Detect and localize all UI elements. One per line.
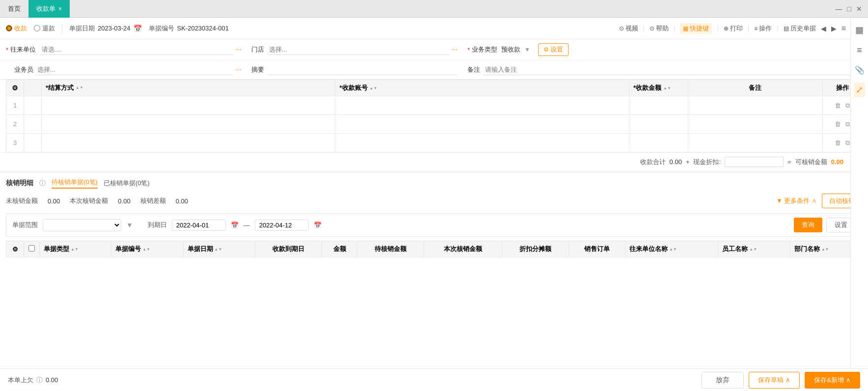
summary-input[interactable]	[267, 64, 458, 75]
pending-tab[interactable]: 待核销单据(0笔)	[52, 178, 98, 189]
pending-amount-col: 待核销金额	[375, 245, 407, 252]
table-row: 1 🗑 ⧉	[6, 96, 862, 115]
tab-receipt[interactable]: 收款单 ×	[28, 0, 70, 18]
bill-date-col: 单据日期	[188, 245, 213, 253]
refund-radio[interactable]: 退款	[34, 24, 55, 33]
shortcut-btn[interactable]: ▦ 快捷键	[680, 23, 712, 34]
prev-info-icon[interactable]: ⓘ	[36, 376, 43, 385]
close-tab-icon[interactable]: ×	[58, 0, 62, 18]
separator4: |	[748, 25, 749, 32]
discount-input[interactable]	[725, 157, 784, 167]
date-separator: —	[244, 222, 250, 229]
salesperson-more[interactable]: ···	[235, 65, 242, 74]
salesperson-input[interactable]	[35, 64, 233, 75]
tab-home[interactable]: 首页	[0, 0, 28, 18]
uncancelled-value: 0.00	[48, 197, 60, 205]
available-value: 0.00	[831, 158, 843, 166]
account-col-header: *收款账号	[339, 84, 367, 92]
discount-col: 折扣分摊额	[519, 245, 551, 252]
operation-btn[interactable]: ≡ 操作	[754, 24, 772, 33]
receipt-radio[interactable]: 收款	[6, 24, 27, 33]
discard-button[interactable]: 放弃	[702, 372, 744, 389]
chevron-down-icon: ▼	[126, 221, 133, 229]
window-max-btn[interactable]: □	[847, 5, 851, 13]
table-gear-icon[interactable]: ⚙	[12, 84, 18, 92]
right-list-icon[interactable]: ≡	[855, 43, 864, 57]
this-cancel-value: 0.00	[118, 197, 130, 205]
amount-sort[interactable]: ▲▼	[663, 86, 671, 90]
this-amount-col: 本次核销金额	[444, 245, 482, 252]
employee-col: 员工名称	[722, 245, 748, 253]
counterparty-col: 往来单位名称	[629, 245, 668, 253]
done-tab[interactable]: 已核销单据(0笔)	[104, 179, 150, 188]
table-row: 2 🗑 ⧉	[6, 115, 862, 134]
plus-sign: +	[686, 158, 690, 166]
range-select[interactable]	[43, 219, 121, 231]
store-input[interactable]	[267, 44, 449, 55]
total-value: 0.00	[670, 158, 682, 166]
print-btn[interactable]: ⊕ 打印	[724, 24, 743, 33]
due-date-col: 收款到期日	[272, 245, 304, 252]
bill-no-col: 单据编号	[115, 245, 141, 253]
verify-info-icon[interactable]: ⓘ	[39, 179, 46, 188]
separator2: |	[674, 25, 675, 32]
calendar-icon[interactable]: 📅	[134, 25, 142, 32]
separator5: |	[777, 25, 778, 32]
row1-copy-btn[interactable]: ⧉	[845, 102, 850, 109]
verify-gear-icon[interactable]: ⚙	[12, 246, 18, 253]
bill-type-col: 单据类型	[44, 245, 69, 253]
row1-delete-btn[interactable]: 🗑	[835, 102, 841, 109]
row2-delete-btn[interactable]: 🗑	[835, 120, 841, 128]
right-expand-icon[interactable]: ⤢	[854, 83, 865, 97]
bill-no-label: 单据编号	[149, 24, 174, 33]
date-to-input[interactable]	[255, 220, 309, 231]
row2-copy-btn[interactable]: ⧉	[845, 120, 850, 128]
amount-col-header: *收款金额	[633, 84, 661, 92]
draft-button[interactable]: 保存草稿 ∧	[749, 372, 800, 389]
prev-value: 0.00	[46, 376, 58, 384]
window-close-btn[interactable]: ✕	[856, 5, 862, 13]
remark-col-header: 备注	[749, 84, 761, 91]
row3-delete-btn[interactable]: 🗑	[835, 139, 841, 146]
remark-input[interactable]	[483, 64, 862, 75]
help-btn[interactable]: ⊙ 帮助	[650, 24, 669, 33]
nav-next[interactable]: ▶	[831, 25, 837, 32]
settle-sort[interactable]: ▲▼	[76, 86, 83, 90]
amount-col: 金额	[333, 245, 346, 252]
range-label: 单据范围	[12, 221, 38, 229]
summary-label: 摘要	[251, 65, 265, 74]
business-type-label: 业务类型	[472, 45, 497, 54]
row3-copy-btn[interactable]: ⧉	[845, 139, 850, 146]
window-min-btn[interactable]: —	[836, 5, 842, 13]
prev-label: 本单上欠	[8, 376, 33, 385]
view-list-icon[interactable]: ≡	[841, 24, 846, 33]
settle-col-header: *结算方式	[46, 84, 74, 92]
calendar-from-icon[interactable]: 📅	[231, 222, 239, 229]
query-button[interactable]: 查询	[794, 218, 822, 232]
right-clip-icon[interactable]: 📎	[853, 63, 867, 77]
table-row: 3 🗑 ⧉	[6, 134, 862, 152]
business-type-arrow[interactable]: ▼	[524, 46, 530, 53]
video-btn[interactable]: ⊙ 视频	[619, 24, 638, 33]
date-from-input[interactable]	[172, 220, 226, 231]
store-more[interactable]: ···	[451, 45, 458, 54]
select-all-checkbox[interactable]	[28, 245, 35, 251]
total-label: 收款合计	[640, 158, 666, 167]
business-type-value: 预收款	[501, 45, 520, 54]
history-btn[interactable]: ▤ 历史单据	[784, 24, 816, 33]
date-label: 单据日期	[69, 24, 95, 33]
more-conditions-btn[interactable]: ▼ 更多条件 ∧	[776, 196, 817, 205]
right-table-icon[interactable]: ▦	[853, 23, 866, 37]
verify-title: 核销明细	[6, 179, 33, 188]
diff-label: 核销差额	[140, 196, 166, 205]
counterparty-more[interactable]: ···	[235, 45, 242, 54]
discount-label: 现金折扣:	[693, 158, 721, 167]
save-button[interactable]: 保存&新增 ∧	[805, 372, 860, 389]
settings-button[interactable]: ⚙ 设置	[538, 43, 569, 56]
nav-prev[interactable]: ◀	[821, 25, 826, 32]
diff-value: 0.00	[176, 197, 188, 205]
counterparty-input[interactable]	[40, 44, 233, 55]
account-sort[interactable]: ▲▼	[370, 86, 378, 90]
calendar-to-icon[interactable]: 📅	[314, 222, 322, 229]
available-label: 可核销金额	[795, 158, 827, 167]
